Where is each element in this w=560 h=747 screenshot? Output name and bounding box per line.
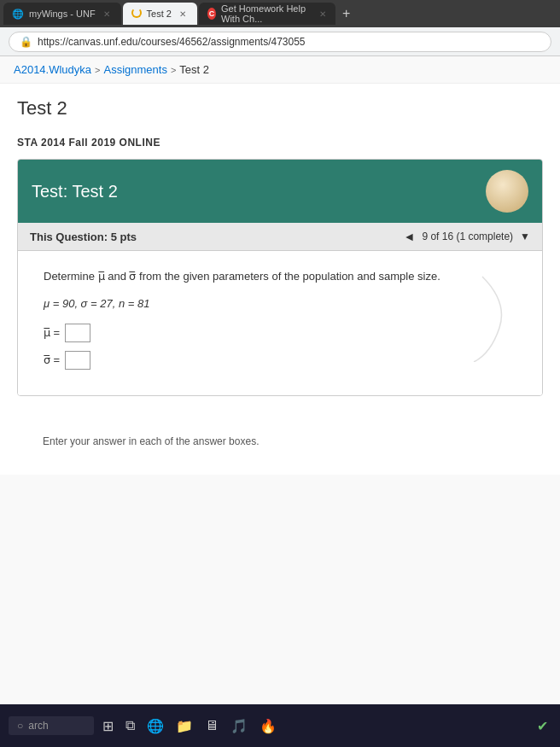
breadcrumb-sep1: > <box>95 65 100 75</box>
answer2-input[interactable] <box>65 351 90 370</box>
address-bar: 🔒 https://canvas.unf.edu/courses/46562/a… <box>0 27 560 56</box>
taskbar-folder-icon[interactable]: 📁 <box>172 716 196 736</box>
add-tab-button[interactable]: + <box>337 6 355 21</box>
taskbar-store-icon[interactable]: 🖥 <box>201 716 222 735</box>
browser-chrome: 🌐 myWings - UNF ✕ Test 2 ✕ C Get Homewor… <box>0 0 560 56</box>
lock-icon: 🔒 <box>20 36 32 48</box>
breadcrumb: A2014.Wludyka > Assignments > Test 2 <box>0 56 560 84</box>
page-title: Test 2 <box>17 97 543 120</box>
question-label: This Question: <box>30 231 108 243</box>
taskbar-task-view-icon[interactable]: ⧉ <box>122 716 138 735</box>
tab-test2[interactable]: Test 2 ✕ <box>123 3 197 25</box>
taskbar-search-text: arch <box>28 720 48 732</box>
tab-homework-label: Get Homework Help With Ch... <box>221 3 313 24</box>
tab-mywings-close[interactable]: ✕ <box>101 8 113 20</box>
course-label: STA 2014 Fall 2019 ONLINE <box>17 137 543 149</box>
nav-dropdown-arrow[interactable]: ▼ <box>520 231 530 242</box>
tab-homework-close[interactable]: ✕ <box>318 8 327 20</box>
taskbar-music-icon[interactable]: 🎵 <box>227 716 251 736</box>
decorative-curve <box>431 268 508 362</box>
taskbar-search[interactable]: ○ arch <box>9 716 94 735</box>
tab-homework-icon: C <box>207 8 216 20</box>
taskbar-check-icon[interactable]: ✔ <box>534 716 551 736</box>
address-input[interactable]: 🔒 https://canvas.unf.edu/courses/46562/a… <box>9 32 551 52</box>
breadcrumb-assignments[interactable]: Assignments <box>104 63 167 76</box>
test-card-header: Test: Test 2 <box>18 160 542 223</box>
nav-prev-arrow[interactable]: ◄ <box>404 230 416 243</box>
tab-homework[interactable]: C Get Homework Help With Ch... ✕ <box>199 3 335 25</box>
footer-note: Enter your answer in each of the answer … <box>17 410 543 461</box>
taskbar-windows-icon[interactable]: ⊞ <box>99 716 117 736</box>
answer1-input[interactable] <box>65 324 90 342</box>
test-card: Test: Test 2 This Question: 5 pts ◄ 9 of… <box>17 159 543 396</box>
url-text: https://canvas.unf.edu/courses/46562/ass… <box>38 36 306 48</box>
test-card-title: Test: Test 2 <box>32 182 118 201</box>
tab-mywings[interactable]: 🌐 myWings - UNF ✕ <box>3 3 121 25</box>
answer2-label: σ̅ = <box>44 353 60 366</box>
breadcrumb-sep2: > <box>171 65 176 75</box>
breadcrumb-course[interactable]: A2014.Wludyka <box>14 63 91 76</box>
tab-mywings-label: myWings - UNF <box>29 9 96 19</box>
progress-text: 9 of 16 (1 complete) <box>422 231 513 242</box>
question-body: Determine μ̅ and σ̅ from the given param… <box>18 251 542 395</box>
taskbar-right: ✔ <box>534 716 551 736</box>
breadcrumb-page: Test 2 <box>179 63 209 76</box>
tab-bar: 🌐 myWings - UNF ✕ Test 2 ✕ C Get Homewor… <box>0 0 560 27</box>
taskbar-edge-icon[interactable]: 🌐 <box>143 716 167 736</box>
tab-test2-label: Test 2 <box>147 9 172 19</box>
tab-mywings-icon: 🌐 <box>12 9 24 20</box>
answer1-label: μ̅ = <box>44 326 60 339</box>
question-pts: 5 pts <box>111 231 137 243</box>
header-avatar <box>486 170 528 213</box>
question-info: This Question: 5 pts <box>30 231 137 243</box>
taskbar-firefox-icon[interactable]: 🔥 <box>256 716 280 736</box>
tab-test2-close[interactable]: ✕ <box>177 8 189 20</box>
main-content: Test 2 STA 2014 Fall 2019 ONLINE Test: T… <box>0 84 560 475</box>
tab-test2-loading-icon <box>131 8 142 20</box>
page-content: A2014.Wludyka > Assignments > Test 2 Tes… <box>0 56 560 704</box>
question-bar: This Question: 5 pts ◄ 9 of 16 (1 comple… <box>18 223 542 251</box>
taskbar: ○ arch ⊞ ⧉ 🌐 📁 🖥 🎵 🔥 ✔ <box>0 704 560 747</box>
search-icon: ○ <box>17 720 23 732</box>
question-nav: ◄ 9 of 16 (1 complete) ▼ <box>404 230 530 243</box>
